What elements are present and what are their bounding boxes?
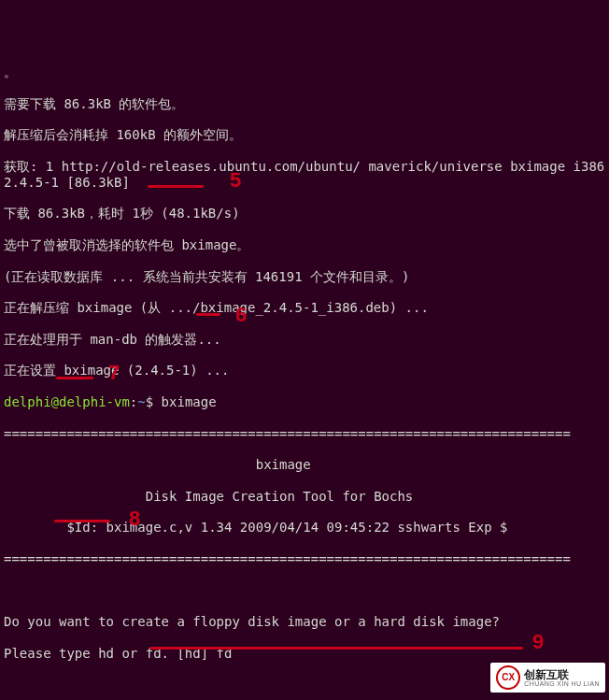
prompt-user: delphi@delphi-vm bbox=[4, 394, 130, 409]
command-bximage: bximage bbox=[162, 394, 217, 409]
apt-line: 选中了曾被取消选择的软件包 bximage。 bbox=[4, 237, 605, 253]
bximage-rule: ========================================… bbox=[4, 551, 605, 567]
apt-line: 正在解压缩 bximage (从 .../bximage_2.4.5-1_i38… bbox=[4, 300, 605, 316]
bximage-rule: ========================================… bbox=[4, 426, 605, 442]
annotation-underline-6 bbox=[196, 313, 220, 316]
annotation-underline-5 bbox=[148, 185, 204, 188]
bximage-title: bximage bbox=[4, 457, 605, 473]
annotation-underline-9 bbox=[149, 647, 523, 650]
annotation-number-5: 5 bbox=[230, 170, 241, 191]
bximage-question: Do you want to create a floppy disk imag… bbox=[4, 614, 605, 630]
annotation-underline-8 bbox=[54, 520, 110, 522]
apt-line: 。 bbox=[4, 64, 605, 80]
apt-line: 下载 86.3kB，耗时 1秒 (48.1kB/s) bbox=[4, 206, 605, 221]
watermark-logo-icon: CX bbox=[496, 665, 520, 690]
bximage-title: Disk Image Creation Tool for Bochs bbox=[4, 489, 605, 505]
watermark-en: CHUANG XIN HU LIAN bbox=[524, 680, 600, 687]
watermark-cn: 创新互联 bbox=[524, 669, 600, 680]
apt-line: 正在处理用于 man-db 的触发器... bbox=[4, 332, 605, 348]
blank-line bbox=[4, 582, 605, 598]
annotation-number-6: 6 bbox=[235, 305, 247, 325]
watermark: CX 创新互联 CHUANG XIN HU LIAN bbox=[490, 663, 605, 693]
annotation-underline-7 bbox=[56, 377, 93, 379]
annotation-number-9: 9 bbox=[532, 632, 544, 652]
apt-line: 解压缩后会消耗掉 160kB 的额外空间。 bbox=[4, 127, 605, 143]
annotation-number-8: 8 bbox=[129, 508, 140, 529]
prompt-path: ~ bbox=[137, 394, 145, 409]
prompt-dollar: $ bbox=[146, 394, 162, 409]
apt-line: 获取: 1 http://old-releases.ubuntu.com/ubu… bbox=[4, 159, 605, 191]
shell-prompt[interactable]: delphi@delphi-vm:~$ bximage bbox=[4, 394, 605, 410]
apt-line: 正在设置 bximage (2.4.5-1) ... bbox=[4, 363, 605, 379]
apt-line: 需要下载 86.3kB 的软件包。 bbox=[4, 96, 605, 112]
annotation-number-7: 7 bbox=[108, 363, 120, 383]
apt-line: (正在读取数据库 ... 系统当前共安装有 146191 个文件和目录。) bbox=[4, 269, 605, 285]
